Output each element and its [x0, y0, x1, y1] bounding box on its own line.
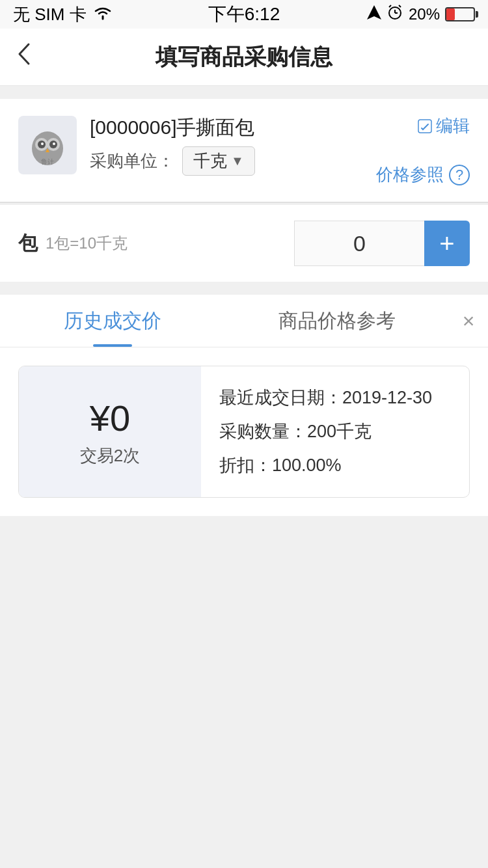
svg-line-5 — [399, 5, 401, 7]
price-detail-date: 最近成交日期：2019-12-30 — [219, 386, 451, 411]
back-button[interactable] — [16, 42, 31, 72]
edit-button[interactable]: 编辑 — [416, 115, 470, 137]
svg-rect-15 — [418, 120, 431, 133]
alarm-icon — [386, 4, 403, 25]
svg-point-11 — [41, 142, 44, 145]
unit-selector-arrow: ▼ — [231, 154, 244, 169]
qty-plus-button[interactable]: + — [424, 221, 470, 266]
price-card: ¥0 交易2次 最近成交日期：2019-12-30 采购数量：200千克 折扣：… — [18, 366, 470, 498]
price-ref-link[interactable]: 价格参照 — [376, 163, 444, 186]
product-unit-row: 采购单位： 千克 ▼ — [90, 146, 255, 176]
unit-selector[interactable]: 千克 ▼ — [182, 146, 255, 176]
svg-text:鲁计: 鲁计 — [41, 158, 54, 165]
price-ref-row: 价格参照 ? — [376, 163, 470, 186]
status-left: 无 SIM 卡 — [13, 3, 113, 26]
price-card-right: 最近成交日期：2019-12-30 采购数量：200千克 折扣：100.00% — [201, 366, 469, 497]
product-name: [0000006]手撕面包 — [90, 115, 255, 141]
tabs-header: 历史成交价 商品价格参考 × — [0, 295, 488, 347]
price-value: 0 — [110, 398, 130, 439]
tab-close-button[interactable]: × — [449, 295, 488, 347]
price-trades: 交易2次 — [80, 444, 140, 467]
product-info: [0000006]手撕面包 采购单位： 千克 ▼ — [90, 115, 255, 176]
price-detail-discount: 折扣：100.00% — [219, 454, 451, 478]
price-ref-info-icon[interactable]: ? — [449, 165, 470, 185]
tabs-section: 历史成交价 商品价格参考 × ¥0 交易2次 最近成交日期：2019-12-30… — [0, 295, 488, 516]
page-title: 填写商品采购信息 — [156, 42, 332, 72]
price-amount: ¥0 — [90, 397, 130, 439]
battery-icon — [445, 7, 475, 21]
price-card-left: ¥0 交易2次 — [19, 366, 201, 497]
svg-point-12 — [53, 142, 55, 145]
edit-label: 编辑 — [436, 115, 470, 137]
qty-unit-badge: 包 — [18, 230, 38, 257]
tab-price-ref[interactable]: 商品价格参考 — [224, 295, 449, 347]
quantity-input[interactable] — [294, 221, 424, 266]
carrier-label: 无 SIM 卡 — [13, 3, 87, 26]
price-detail-qty: 采购数量：200千克 — [219, 420, 451, 444]
tab-history-price[interactable]: 历史成交价 — [0, 295, 224, 347]
product-card: 鲁计 [0000006]手撕面包 采购单位： 千克 ▼ — [0, 99, 488, 202]
main-content — [0, 516, 488, 868]
price-card-container: ¥0 交易2次 最近成交日期：2019-12-30 采购数量：200千克 折扣：… — [0, 347, 488, 516]
price-currency: ¥ — [90, 398, 110, 439]
svg-marker-0 — [367, 5, 381, 20]
product-logo: 鲁计 — [25, 122, 70, 168]
product-actions: 编辑 价格参照 ? — [376, 115, 470, 186]
qty-label: 包 1包=10千克 — [18, 230, 128, 257]
qty-unit-note: 1包=10千克 — [46, 233, 128, 254]
battery-percentage: 20% — [409, 5, 440, 23]
edit-icon — [416, 118, 433, 135]
quantity-row: 包 1包=10千克 + — [0, 204, 488, 282]
location-icon — [367, 4, 381, 25]
svg-line-4 — [389, 5, 391, 7]
divider — [0, 202, 488, 203]
wifi-icon — [93, 5, 113, 25]
nav-bar: 填写商品采购信息 — [0, 29, 488, 86]
unit-value: 千克 — [193, 150, 227, 172]
qty-input-area: + — [294, 221, 470, 266]
product-header: 鲁计 [0000006]手撕面包 采购单位： 千克 ▼ — [18, 115, 470, 186]
battery-fill — [446, 8, 455, 20]
status-time: 下午6:12 — [208, 2, 280, 27]
product-left: 鲁计 [0000006]手撕面包 采购单位： 千克 ▼ — [18, 115, 255, 176]
status-bar: 无 SIM 卡 下午6:12 20% — [0, 0, 488, 29]
status-right: 20% — [367, 4, 475, 25]
product-thumbnail: 鲁计 — [18, 116, 77, 174]
unit-label: 采购单位： — [90, 150, 174, 172]
